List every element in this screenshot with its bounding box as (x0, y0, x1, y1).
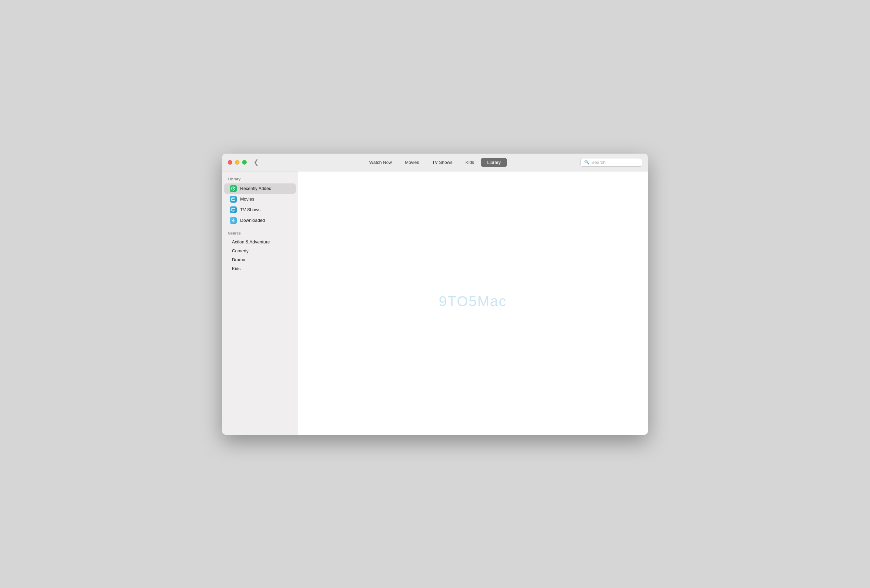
genres-section-label: Genres (222, 231, 298, 237)
main-content: 9TO5Mac (298, 171, 648, 435)
sidebar-item-tv-shows[interactable]: TV Shows (224, 205, 296, 215)
search-input[interactable] (591, 160, 638, 165)
titlebar: ❮ Watch Now Movies TV Shows Kids Library… (222, 154, 648, 171)
movies-icon (230, 196, 237, 203)
genre-comedy[interactable]: Comedy (224, 246, 296, 255)
nav-tabs: Watch Now Movies TV Shows Kids Library (363, 158, 507, 167)
watermark: 9TO5Mac (439, 293, 507, 310)
genre-kids[interactable]: Kids (224, 264, 296, 273)
svg-rect-8 (232, 208, 235, 211)
search-icon: 🔍 (584, 160, 589, 165)
genre-action-adventure[interactable]: Action & Adventure (224, 238, 296, 246)
sidebar: Library Recently Added (222, 171, 298, 435)
tab-movies[interactable]: Movies (399, 158, 425, 167)
genre-comedy-label: Comedy (232, 248, 248, 253)
genre-action-adventure-label: Action & Adventure (232, 239, 270, 245)
traffic-lights (228, 160, 247, 165)
recently-added-label: Recently Added (240, 186, 271, 191)
back-button[interactable]: ❮ (252, 158, 261, 166)
sidebar-item-movies[interactable]: Movies (224, 194, 296, 204)
search-box[interactable]: 🔍 (581, 158, 642, 166)
app-window: ❮ Watch Now Movies TV Shows Kids Library… (222, 154, 648, 435)
close-button[interactable] (228, 160, 232, 165)
tv-shows-icon (230, 206, 237, 213)
tab-tv-shows[interactable]: TV Shows (426, 158, 458, 167)
tab-kids[interactable]: Kids (459, 158, 480, 167)
recently-added-icon (230, 185, 237, 192)
genres-section: Genres Action & Adventure Comedy Drama K… (222, 231, 298, 273)
genre-kids-label: Kids (232, 266, 240, 271)
tab-watch-now[interactable]: Watch Now (363, 158, 398, 167)
library-section-label: Library (222, 177, 298, 183)
tv-shows-label: TV Shows (240, 207, 261, 212)
sidebar-item-downloaded[interactable]: Downloaded (224, 215, 296, 226)
content-area: Library Recently Added (222, 171, 648, 435)
genre-drama[interactable]: Drama (224, 255, 296, 264)
minimize-button[interactable] (235, 160, 240, 165)
genre-drama-label: Drama (232, 257, 245, 262)
movies-label: Movies (240, 196, 254, 202)
downloaded-icon (230, 217, 237, 224)
downloaded-label: Downloaded (240, 218, 265, 223)
sidebar-item-recently-added[interactable]: Recently Added (224, 183, 296, 194)
chevron-left-icon: ❮ (253, 158, 259, 166)
maximize-button[interactable] (242, 160, 247, 165)
tab-library[interactable]: Library (481, 158, 507, 167)
